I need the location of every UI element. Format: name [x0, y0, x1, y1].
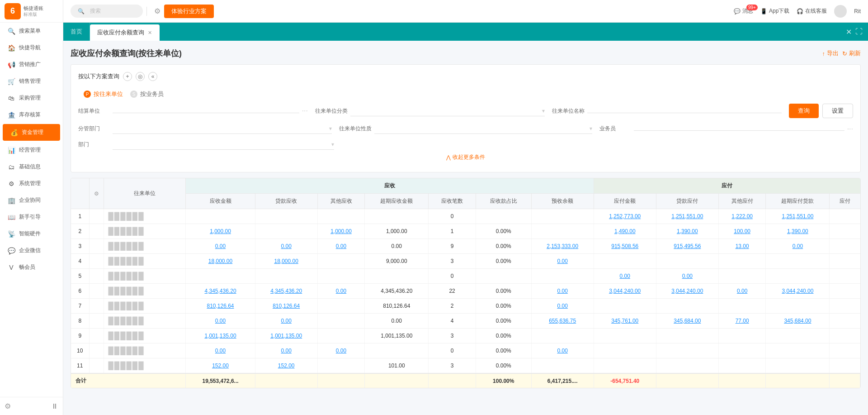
sidebar-item-marketing[interactable]: 📢 营销推广	[0, 56, 63, 73]
table-cell[interactable]: 1,222.00	[718, 209, 766, 224]
sidebar-item-smart-hw[interactable]: 📡 智能硬件	[0, 225, 63, 242]
topbar-service[interactable]: 🎧 在线客服	[797, 7, 827, 15]
table-cell[interactable]: 4,345,436.20	[186, 284, 255, 299]
table-cell[interactable]: 0.00	[531, 254, 594, 269]
table-cell[interactable]: 655,636.75	[531, 314, 594, 329]
table-cell[interactable]: 0.00	[317, 343, 365, 358]
refresh-button[interactable]: ↻ 刷新	[842, 49, 861, 57]
table-cell[interactable]: 0.00	[531, 343, 594, 358]
table-cell[interactable]: 0.00	[531, 299, 594, 314]
settings-footer-icon[interactable]: ⚙	[5, 402, 11, 410]
table-cell[interactable]: 0.00	[317, 239, 365, 254]
table-cell[interactable]: 100.00	[718, 224, 766, 239]
table-cell[interactable]: 0.00	[255, 239, 317, 254]
tab-fullscreen-btn[interactable]: ⛶	[855, 28, 863, 36]
topbar-msg[interactable]: 💬 消息 99+	[734, 7, 753, 15]
table-cell[interactable]: 1,390.00	[656, 224, 718, 239]
table-cell[interactable]: 3,044,240.00	[766, 284, 830, 299]
scheme-by-salesman[interactable]: S 按业务员	[127, 88, 167, 100]
topbar-search-box[interactable]: 🔍 搜索	[71, 5, 143, 18]
filter-add-btn[interactable]: +	[123, 72, 132, 81]
table-cell[interactable]: 77.00	[718, 314, 766, 329]
sidebar-item-system[interactable]: ⚙ 系统管理	[0, 175, 63, 192]
username[interactable]: Rit	[854, 8, 861, 14]
collapse-sidebar-icon[interactable]: ⏸	[51, 402, 58, 410]
table-cell[interactable]: 152.00	[255, 358, 317, 374]
sidebar-item-guide[interactable]: 📖 新手引导	[0, 209, 63, 225]
table-cell[interactable]: 1,000.00	[317, 224, 365, 239]
scheme-by-partner[interactable]: P 按往来单位	[80, 88, 127, 100]
settlement-unit-input[interactable]	[113, 109, 299, 113]
table-cell[interactable]: 0.00	[766, 239, 830, 254]
sidebar-item-finance[interactable]: 💰 资金管理	[3, 124, 60, 141]
topbar-app-download[interactable]: 📱 App下载	[760, 7, 789, 15]
table-cell[interactable]: 1,490.00	[594, 224, 656, 239]
table-cell[interactable]: 0.00	[255, 314, 317, 329]
table-cell[interactable]: 0.00	[317, 284, 365, 299]
table-cell[interactable]: 810,126.64	[255, 299, 317, 314]
table-cell[interactable]: 152.00	[186, 358, 255, 374]
table-cell[interactable]: 0.00	[186, 343, 255, 358]
table-cell[interactable]: 0.00	[594, 269, 656, 284]
sidebar-item-quick-nav[interactable]: 🏠 快捷导航	[0, 39, 63, 56]
table-cell[interactable]: 4,345,436.20	[255, 284, 317, 299]
salesman-dots-icon[interactable]: ···	[847, 125, 853, 133]
table-settings-icon[interactable]: ⚙	[94, 191, 99, 197]
table-cell[interactable]: 0.00	[718, 284, 766, 299]
table-cell[interactable]: 345,761.00	[594, 314, 656, 329]
partner-name-input[interactable]	[587, 109, 782, 113]
tab-close-icon[interactable]: ✕	[148, 30, 152, 36]
table-cell[interactable]: 915,495.56	[656, 239, 718, 254]
sidebar-item-sales[interactable]: 🛒 销售管理	[0, 73, 63, 90]
setting-button[interactable]: 设置	[822, 104, 853, 118]
table-cell[interactable]: 345,684.00	[656, 314, 718, 329]
sidebar-item-enterprise[interactable]: 🏢 企业协同	[0, 192, 63, 209]
filter-collapse-btn[interactable]: «	[148, 72, 157, 81]
table-cell[interactable]: 0.00	[186, 239, 255, 254]
sidebar-item-member[interactable]: V 畅会员	[0, 259, 63, 276]
filter-collapse-row[interactable]: ⋀ 收起更多条件	[78, 150, 853, 165]
table-cell[interactable]: 1,390.00	[766, 224, 830, 239]
table-cell[interactable]: 0.00	[656, 269, 718, 284]
user-avatar[interactable]	[834, 5, 847, 18]
th-settings[interactable]: ⚙	[89, 178, 104, 209]
dept-head-select[interactable]: ▾	[113, 124, 332, 134]
salesman-input[interactable]	[634, 127, 844, 131]
topbar-gear-icon[interactable]: ⚙	[154, 7, 160, 15]
table-cell[interactable]: 1,252,773.00	[594, 209, 656, 224]
partner-nature-select[interactable]: ▾	[374, 124, 593, 134]
table-cell[interactable]: 3,044,240.00	[656, 284, 718, 299]
filter-target-btn[interactable]: ◎	[136, 72, 145, 81]
sidebar-item-basic-info[interactable]: 🗂 基础信息	[0, 158, 63, 175]
table-cell[interactable]: 3,044,240.00	[594, 284, 656, 299]
table-cell[interactable]: 915,508.56	[594, 239, 656, 254]
table-cell[interactable]: 1,000.00	[186, 224, 255, 239]
sidebar-item-purchase[interactable]: 🛍 采购管理	[0, 90, 63, 106]
solution-button[interactable]: 体验行业方案	[164, 5, 214, 18]
table-cell[interactable]: 0.00	[255, 343, 317, 358]
table-cell[interactable]: 1,251,551.00	[656, 209, 718, 224]
sidebar-item-wechat[interactable]: 💬 企业微信	[0, 242, 63, 259]
sidebar-item-inventory[interactable]: 🏦 库存核算	[0, 106, 63, 123]
tab-close-window-btn[interactable]: ✕	[846, 28, 852, 36]
table-cell[interactable]: 1,001,135.00	[255, 329, 317, 343]
tab-ar-ap[interactable]: 应收应付余额查询 ✕	[90, 24, 160, 41]
table-cell[interactable]: 1,251,551.00	[766, 209, 830, 224]
sidebar-item-search-menu[interactable]: 🔍 搜索菜单	[0, 23, 63, 39]
query-button[interactable]: 查询	[789, 104, 819, 118]
table-cell[interactable]: 0.00	[186, 314, 255, 329]
table-cell[interactable]: 2,153,333.00	[531, 239, 594, 254]
partner-category-select[interactable]: ▾	[350, 106, 545, 116]
table-cell[interactable]: 810,126.64	[186, 299, 255, 314]
sidebar-item-operations[interactable]: 📊 经营管理	[0, 142, 63, 158]
dept-select[interactable]: ▾	[113, 139, 334, 150]
table-cell[interactable]: 18,000.00	[255, 254, 317, 269]
table-cell[interactable]: 13.00	[718, 239, 766, 254]
table-cell[interactable]: 1,001,135.00	[186, 329, 255, 343]
settlement-dots-icon[interactable]: ···	[302, 107, 308, 115]
tab-home[interactable]: 首页	[63, 23, 90, 41]
export-button[interactable]: ↑ 导出	[822, 49, 839, 57]
table-cell[interactable]: 18,000.00	[186, 254, 255, 269]
table-cell[interactable]: 0.00	[531, 284, 594, 299]
table-cell[interactable]: 345,684.00	[766, 314, 830, 329]
